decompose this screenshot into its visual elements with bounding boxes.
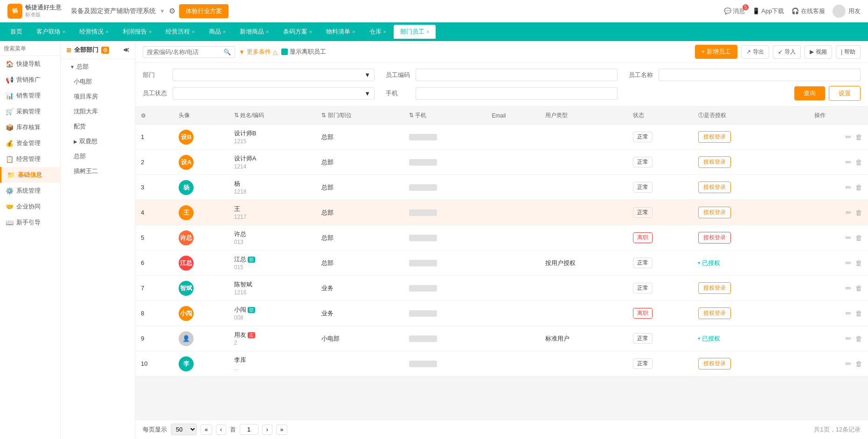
empcode-input[interactable]	[416, 69, 618, 81]
delete-button[interactable]: 🗑	[855, 284, 862, 293]
delete-button[interactable]: 🗑	[855, 360, 862, 368]
auth-login-button[interactable]: 授权登录	[698, 307, 731, 319]
export-button[interactable]: ↗ 导出	[741, 45, 769, 59]
dept-select[interactable]: ▼	[173, 69, 375, 81]
edit-button[interactable]: ✏	[846, 133, 852, 141]
nav-tab-warehouse[interactable]: 仓库 ×	[363, 25, 393, 39]
edit-button[interactable]: ✏	[846, 259, 852, 267]
trial-button[interactable]: 体验行业方案	[179, 4, 229, 18]
col-dept[interactable]: ⇅ 部门/职位	[316, 107, 403, 125]
edit-button[interactable]: ✏	[846, 309, 852, 318]
online-service-button[interactable]: 🎧 在线客服	[792, 7, 825, 15]
sidebar-item-guide[interactable]: 📖新手引导	[0, 215, 60, 230]
sidebar-item-collab[interactable]: 🤝企业协同	[0, 199, 60, 215]
sidebar-item-basic[interactable]: 📁基础信息	[0, 167, 60, 183]
edit-button[interactable]: ✏	[846, 334, 852, 343]
close-icon[interactable]: ×	[383, 29, 386, 35]
first-page-button[interactable]: «	[201, 425, 212, 435]
auth-login-button[interactable]: 授权登录	[698, 232, 731, 244]
close-icon[interactable]: ×	[309, 29, 312, 35]
close-icon[interactable]: ×	[352, 29, 355, 35]
nav-tab-dept-staff[interactable]: 部门员工 ×	[394, 25, 436, 39]
close-icon[interactable]: ×	[149, 29, 152, 35]
nav-tab-add-goods[interactable]: 新增商品 ×	[233, 25, 275, 39]
col-phone[interactable]: ⇅ 手机	[403, 107, 486, 125]
next-page-button[interactable]: ›	[262, 425, 272, 435]
dept-item-chashuwang[interactable]: 插树王二	[61, 164, 135, 179]
auth-login-button[interactable]: 授权登录	[698, 207, 731, 218]
dept-item-shuanglu[interactable]: ▶双鹿想	[61, 134, 135, 149]
help-button[interactable]: | 帮助	[836, 45, 861, 59]
query-button[interactable]: 查询	[794, 86, 825, 100]
nav-tab-home[interactable]: 首页	[4, 25, 29, 39]
auth-login-button[interactable]: 授权登录	[698, 156, 731, 168]
page-input[interactable]	[240, 424, 258, 435]
close-icon[interactable]: ×	[426, 29, 429, 35]
app-download-button[interactable]: 📱 App下载	[752, 7, 784, 15]
prev-page-button[interactable]: ‹	[216, 425, 226, 435]
set-button[interactable]: 设置	[829, 86, 861, 101]
sidebar-item-quicknav[interactable]: 🏠快捷导航	[0, 56, 60, 72]
dept-item-zongbu[interactable]: 总部	[61, 149, 135, 164]
sidebar-search-input[interactable]	[4, 45, 61, 52]
nav-tab-bom[interactable]: 物料清单 ×	[319, 25, 361, 39]
dept-item-head[interactable]: ▼总部	[61, 59, 135, 74]
sidebar-item-management[interactable]: 📋经营管理	[0, 151, 60, 167]
delete-button[interactable]: 🗑	[855, 209, 862, 217]
delete-button[interactable]: 🗑	[855, 234, 862, 242]
close-icon[interactable]: ×	[62, 29, 65, 35]
delete-button[interactable]: 🗑	[855, 183, 862, 192]
sidebar-item-purchase[interactable]: 🛒采购管理	[0, 104, 60, 119]
dept-item-xiaodian[interactable]: 小电部	[61, 74, 135, 89]
delete-button[interactable]: 🗑	[855, 309, 862, 318]
dept-item-peihuo[interactable]: 配货	[61, 119, 135, 134]
auth-login-button[interactable]: 授权登录	[698, 131, 731, 143]
close-icon[interactable]: ×	[105, 29, 108, 35]
col-name[interactable]: ⇅ 姓名/编码	[229, 107, 316, 125]
add-employee-button[interactable]: + 新增员工	[695, 45, 737, 59]
sidebar-item-sales[interactable]: 📊销售管理	[0, 88, 60, 104]
edit-button[interactable]: ✏	[846, 158, 852, 167]
nav-tab-barcode[interactable]: 条码方案 ×	[277, 25, 319, 39]
message-button[interactable]: 💬 消息 5	[724, 7, 745, 15]
auth-login-button[interactable]: 授权登录	[698, 181, 731, 193]
search-icon[interactable]: 🔍	[223, 49, 231, 56]
last-page-button[interactable]: »	[276, 425, 288, 435]
import-button[interactable]: ↙ 导入	[773, 45, 801, 59]
settings-button[interactable]: ⚙	[169, 7, 175, 15]
nav-tab-goods[interactable]: 商品 ×	[202, 25, 232, 39]
edit-button[interactable]: ✏	[846, 360, 852, 368]
close-icon[interactable]: ×	[192, 29, 194, 35]
delete-button[interactable]: 🗑	[855, 259, 862, 267]
status-select[interactable]: ▼	[173, 87, 375, 100]
edit-button[interactable]: ✏	[846, 234, 852, 242]
sidebar-item-inventory[interactable]: 📦库存核算	[0, 119, 60, 135]
nav-tab-history[interactable]: 经营历程 ×	[159, 25, 201, 39]
delete-button[interactable]: 🗑	[855, 334, 862, 343]
nav-tab-customer[interactable]: 客户联络 ×	[30, 25, 72, 39]
delete-button[interactable]: 🗑	[855, 133, 862, 141]
search-input[interactable]	[147, 49, 222, 56]
edit-button[interactable]: ✏	[846, 284, 852, 293]
sidebar-item-system[interactable]: ⚙️系统管理	[0, 183, 60, 199]
auth-login-button[interactable]: 授权登录	[698, 282, 731, 294]
auth-login-button[interactable]: 授权登录	[698, 358, 731, 369]
empname-input[interactable]	[659, 69, 861, 81]
video-button[interactable]: ▶ 视频	[805, 45, 832, 59]
close-icon[interactable]: ×	[223, 29, 226, 35]
sidebar-item-finance[interactable]: 💰资金管理	[0, 135, 60, 151]
show-resigned-toggle[interactable]: 显示离职员工	[281, 48, 326, 56]
user-area[interactable]: 用友	[833, 5, 861, 18]
more-filter-button[interactable]: ▼ 更多条件 △	[239, 48, 278, 56]
dept-item-shenyang[interactable]: 沈阳大库	[61, 104, 135, 119]
page-size-select[interactable]: 50 20 100	[171, 424, 197, 435]
dept-collapse-icon[interactable]: ≪	[123, 47, 129, 53]
nav-tab-profit[interactable]: 利润报告 ×	[116, 25, 158, 39]
dept-item-xiangmu[interactable]: 项目库房	[61, 89, 135, 104]
delete-button[interactable]: 🗑	[855, 158, 862, 167]
edit-button[interactable]: ✏	[846, 183, 852, 192]
edit-button[interactable]: ✏	[846, 209, 852, 217]
col-settings[interactable]: ⚙	[135, 107, 173, 125]
close-icon[interactable]: ×	[266, 29, 269, 35]
phone-input[interactable]	[416, 87, 618, 100]
